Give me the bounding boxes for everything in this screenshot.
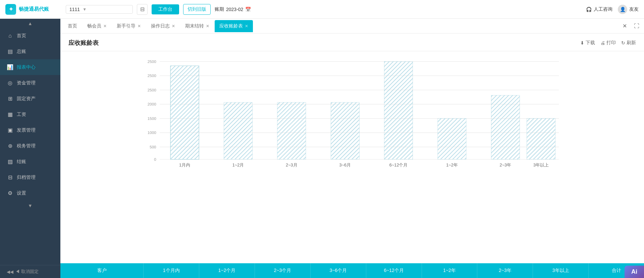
reports-icon: 📊 [7,64,13,70]
sidebar-item-label: 固定资产 [17,96,36,102]
tab-member[interactable]: 畅会员 ✕ [83,20,111,32]
sidebar-scroll-up[interactable]: ▲ [0,19,60,28]
download-button[interactable]: ⬇ 下载 [580,40,595,46]
sidebar-item-funds[interactable]: ◎ 资金管理 [0,75,60,91]
sidebar-item-invoice[interactable]: ▣ 发票管理 [0,122,60,138]
avatar: 👤 [618,5,627,14]
svg-rect-19 [224,102,253,159]
funds-icon: ◎ [7,80,13,86]
tab-ar-aging-close[interactable]: ✕ [245,24,248,28]
tabs-bar: 首页 畅会员 ✕ 新手引导 ✕ 操作日志 ✕ 期末结转 ✕ 应收账龄表 ✕ [60,19,644,33]
tab-home[interactable]: 首页 [63,20,82,32]
sidebar-item-ledger[interactable]: ▤ 总账 [0,44,60,59]
refresh-label: 刷新 [627,40,636,46]
tab-member-close[interactable]: ✕ [103,24,107,28]
page-content: 应收账龄表 ⬇ 下载 🖨 打印 ↻ 刷新 [60,33,644,278]
sidebar-item-label: 归档管理 [17,175,36,181]
sidebar-item-closing[interactable]: ▨ 结账 [0,154,60,169]
chevron-down-icon: ▼ [83,7,87,12]
sidebar-item-label: 资金管理 [17,80,36,86]
tab-guide[interactable]: 新手引导 ✕ [112,20,146,32]
sidebar-item-label: 工资 [17,112,26,118]
tab-guide-close[interactable]: ✕ [138,24,141,28]
invoice-icon: ▣ [7,127,13,133]
header-middle: 1111 ▼ ⊟ 工作台 切到旧版 账期 2023-02 📅 [66,4,586,15]
th-3-6month: 3~6个月 [311,263,366,278]
svg-text:3~6月: 3~6月 [339,162,351,167]
sidebar-item-label: 设置 [17,190,26,196]
sidebar-item-home[interactable]: ⌂ 首页 [0,28,60,44]
tab-oplog-close[interactable]: ✕ [172,24,175,28]
main-layout: ▲ ⌂ 首页 ▤ 总账 📊 报表中心 ◎ 资金管理 ⊞ 固定资产 ▦ 工资 ▣ … [0,19,644,278]
user-area[interactable]: 👤 友友 [618,5,639,14]
svg-rect-20 [277,102,306,159]
headset-icon: 🎧 [586,7,592,12]
svg-text:3年以上: 3年以上 [533,162,549,167]
svg-rect-23 [438,119,466,159]
print-button[interactable]: 🖨 打印 [600,40,616,46]
tab-period-close-close[interactable]: ✕ [206,24,209,28]
print-icon: 🖨 [600,40,605,46]
svg-rect-18 [170,66,199,159]
sidebar-item-tax[interactable]: ⊛ 税务管理 [0,138,60,154]
svg-text:2500: 2500 [148,59,156,64]
sidebar-item-settings[interactable]: ⚙ 设置 [0,185,60,201]
sidebar-scroll-down[interactable]: ▼ [0,201,60,210]
tab-oplog[interactable]: 操作日志 ✕ [146,20,180,32]
th-3year-plus: 3年以上 [533,263,589,278]
sidebar-item-reports[interactable]: 📊 报表中心 [0,59,60,75]
copy-button[interactable]: ⊟ [137,4,148,15]
sidebar-item-archive[interactable]: ⊟ 归档管理 [0,169,60,185]
maximize-tab-button[interactable]: ⛶ [632,21,641,31]
close-all-tabs-button[interactable]: ✕ [620,21,629,31]
th-customer: 客户 [60,263,144,278]
svg-text:1000: 1000 [148,130,156,135]
svg-rect-21 [331,102,359,159]
tab-member-label: 畅会员 [87,23,101,29]
sidebar-item-label: 税务管理 [17,143,36,149]
svg-text:6~12个月: 6~12个月 [389,162,408,167]
ai-badge[interactable]: Ai [625,266,644,278]
svg-text:2500: 2500 [148,88,156,92]
switch-old-version-button[interactable]: 切到旧版 [183,4,211,15]
header-right: 🎧 人工咨询 👤 友友 [586,5,639,14]
tabs-right: ✕ ⛶ [620,21,641,31]
svg-text:1~2月: 1~2月 [232,162,244,167]
sidebar-item-assets[interactable]: ⊞ 固定资产 [0,91,60,107]
cancel-fixed-button[interactable]: ◀◀ ◀ 取消固定 [0,265,60,278]
sidebar-item-label: 报表中心 [17,64,36,70]
ai-badge-text: Ai [631,268,637,275]
workbench-button[interactable]: 工作台 [152,4,179,14]
company-selector[interactable]: 1111 ▼ [66,5,133,14]
tab-period-close-label: 期末结转 [185,23,204,29]
sidebar-item-label: 总账 [17,49,26,55]
svg-text:1~2年: 1~2年 [446,162,458,167]
refresh-button[interactable]: ↻ 刷新 [621,40,636,46]
th-2-3year: 2~3年 [477,263,533,278]
header: ✦ 畅捷通易代账 1111 ▼ ⊟ 工作台 切到旧版 账期 2023-02 📅 … [0,0,644,19]
user-name: 友友 [629,6,639,12]
content-area: 首页 畅会员 ✕ 新手引导 ✕ 操作日志 ✕ 期末结转 ✕ 应收账龄表 ✕ [60,19,644,278]
svg-rect-22 [384,62,413,159]
svg-text:2000: 2000 [148,102,156,106]
sidebar-item-payroll[interactable]: ▦ 工资 [0,107,60,122]
home-icon: ⌂ [7,33,13,39]
page-header: 应收账龄表 ⬇ 下载 🖨 打印 ↻ 刷新 [60,33,644,51]
cancel-fixed-icon: ◀◀ [7,269,13,274]
tab-ar-aging[interactable]: 应收账龄表 ✕ [215,20,253,32]
consult-label: 人工咨询 [594,6,612,12]
page-actions: ⬇ 下载 🖨 打印 ↻ 刷新 [580,40,636,46]
settings-icon: ⚙ [7,190,13,196]
tab-period-close[interactable]: 期末结转 ✕ [180,20,214,32]
consult-area[interactable]: 🎧 人工咨询 [586,6,612,12]
calendar-icon[interactable]: 📅 [245,7,251,12]
bar-chart: 2500 2500 2500 2000 1500 1000 500 [68,58,636,172]
sidebar-item-label: 结账 [17,159,26,165]
svg-text:0: 0 [154,157,156,161]
download-label: 下载 [586,40,595,46]
ledger-icon: ▤ [7,48,13,55]
tab-oplog-label: 操作日志 [151,23,170,29]
svg-text:500: 500 [150,145,156,149]
refresh-icon: ↻ [621,40,625,46]
tax-icon: ⊛ [7,143,13,149]
